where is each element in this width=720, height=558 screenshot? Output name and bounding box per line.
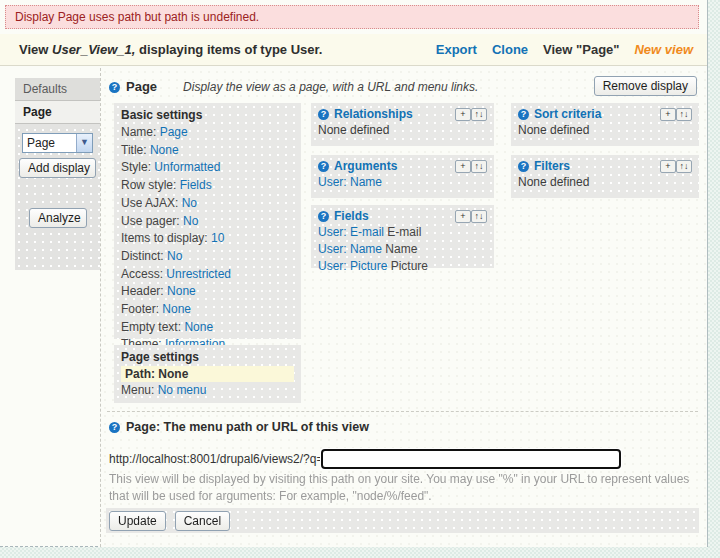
setting-value-link[interactable]: 10 <box>211 231 224 245</box>
setting-row-style: Style: Unformatted <box>121 159 294 177</box>
setting-label: Name: <box>121 125 156 139</box>
field-link[interactable]: User: E-mail <box>318 225 384 239</box>
help-icon[interactable]: ? <box>318 109 329 120</box>
setting-row-name: Name: Page <box>121 124 294 142</box>
setting-label: Row style: <box>121 178 176 192</box>
setting-label: Style: <box>121 160 151 174</box>
analyze-button[interactable]: Analyze <box>29 208 87 228</box>
sort-criteria-title-link[interactable]: Sort criteria <box>534 107 601 121</box>
error-message-text: Display Page uses path but path is undef… <box>15 10 259 24</box>
setting-value-link[interactable]: No <box>182 196 197 210</box>
setting-label: Access: <box>121 267 163 281</box>
add-icon[interactable]: + <box>455 160 471 173</box>
view-name: User_View_1, <box>52 42 135 57</box>
tab-defaults[interactable]: Defaults <box>15 78 100 101</box>
chevron-down-icon[interactable]: ▼ <box>76 134 92 152</box>
path-input-row: http://localhost:8001/drupal6/views2/?q= <box>109 449 323 469</box>
help-icon[interactable]: ? <box>318 211 329 222</box>
help-icon[interactable]: ? <box>109 422 120 433</box>
add-icon[interactable]: + <box>660 108 676 121</box>
cancel-button[interactable]: Cancel <box>175 511 230 531</box>
remove-display-button[interactable]: Remove display <box>594 76 697 96</box>
rearrange-icon[interactable]: ↑↓ <box>471 160 487 173</box>
page-content: Display Page uses path but path is undef… <box>0 0 708 547</box>
sort-criteria-empty: None defined <box>518 122 692 139</box>
setting-value-link[interactable]: No <box>167 249 182 263</box>
config-divider <box>107 411 698 412</box>
field-item: User: Picture Picture <box>318 258 487 275</box>
field-label: Name <box>382 242 417 256</box>
display-type-select[interactable]: Page ▼ <box>22 133 93 153</box>
path-setting-row: Path: None <box>121 366 294 382</box>
setting-label: Footer: <box>121 302 159 316</box>
setting-value-link[interactable]: None <box>162 302 191 316</box>
new-view-link[interactable]: New view <box>634 42 693 57</box>
setting-label: Header: <box>121 284 164 298</box>
setting-value-link[interactable]: None <box>167 284 196 298</box>
path-value-link[interactable]: None <box>158 367 188 381</box>
setting-row-header: Header: None <box>121 283 294 301</box>
argument-link[interactable]: User: Name <box>318 175 382 189</box>
setting-label: Empty text: <box>121 320 181 334</box>
view-title: View User_View_1, displaying items of ty… <box>19 42 323 57</box>
argument-item: User: Name <box>318 174 487 191</box>
setting-row-use-ajax: Use AJAX: No <box>121 195 294 213</box>
help-icon[interactable]: ? <box>518 109 529 120</box>
relationships-title-link[interactable]: Relationships <box>334 107 413 121</box>
add-icon[interactable]: + <box>660 160 676 173</box>
help-icon[interactable]: ? <box>518 161 529 172</box>
setting-value-link[interactable]: None <box>184 320 213 334</box>
add-display-button[interactable]: Add display <box>19 158 96 178</box>
fields-box: ? Fields +↑↓ User: E-mail E-mail User: N… <box>311 205 494 268</box>
field-item: User: Name Name <box>318 241 487 258</box>
setting-value-link[interactable]: Unformatted <box>154 160 220 174</box>
export-link[interactable]: Export <box>436 42 477 57</box>
sort-criteria-box: ? Sort criteria +↑↓ None defined <box>511 103 699 146</box>
arguments-title-link[interactable]: Arguments <box>334 159 397 173</box>
view-title-bar: View User_View_1, displaying items of ty… <box>0 34 707 66</box>
path-config-header: ? Page: The menu path or URL of this vie… <box>109 420 369 434</box>
setting-value-link[interactable]: None <box>150 143 179 157</box>
panel-title: Page <box>126 79 157 94</box>
page-settings-title: Page settings <box>121 349 294 366</box>
help-icon[interactable]: ? <box>318 161 329 172</box>
menu-value-link[interactable]: No menu <box>158 383 207 397</box>
fields-title-link[interactable]: Fields <box>334 209 369 223</box>
setting-row-access: Access: Unrestricted <box>121 266 294 284</box>
rearrange-icon[interactable]: ↑↓ <box>471 210 487 223</box>
setting-row-title: Title: None <box>121 142 294 160</box>
display-type-select-value: Page <box>27 136 55 150</box>
rearrange-icon[interactable]: ↑↓ <box>676 108 692 121</box>
setting-value-link[interactable]: Unrestricted <box>166 267 231 281</box>
basic-settings-title: Basic settings <box>121 107 294 124</box>
setting-row-row-style: Row style: Fields <box>121 177 294 195</box>
views-edit-screen: Display Page uses path but path is undef… <box>0 0 720 558</box>
menu-setting-row: Menu: No menu <box>121 382 294 398</box>
path-input[interactable] <box>321 449 621 469</box>
add-icon[interactable]: + <box>455 108 471 121</box>
rearrange-icon[interactable]: ↑↓ <box>676 160 692 173</box>
clone-link[interactable]: Clone <box>492 42 528 57</box>
field-label: E-mail <box>384 225 421 239</box>
error-message: Display Page uses path but path is undef… <box>5 5 699 29</box>
help-icon[interactable]: ? <box>109 82 120 93</box>
view-page-link[interactable]: View "Page" <box>543 42 619 57</box>
setting-row-items-to-display: Items to display: 10 <box>121 230 294 248</box>
setting-label: Use AJAX: <box>121 196 178 210</box>
setting-row-distinct: Distinct: No <box>121 248 294 266</box>
display-edit-panel: ?PageDisplay the view as a page, with a … <box>100 68 707 547</box>
setting-value-link[interactable]: Fields <box>180 178 212 192</box>
tab-page[interactable]: Page <box>15 101 100 124</box>
field-link[interactable]: User: Name <box>318 242 382 256</box>
setting-value-link[interactable]: No <box>183 214 198 228</box>
setting-value-link[interactable]: Page <box>160 125 188 139</box>
filters-title-link[interactable]: Filters <box>534 159 570 173</box>
rearrange-icon[interactable]: ↑↓ <box>471 108 487 121</box>
filters-empty: None defined <box>518 174 692 191</box>
setting-label: Distinct: <box>121 249 164 263</box>
add-icon[interactable]: + <box>455 210 471 223</box>
update-button[interactable]: Update <box>109 511 166 531</box>
form-actions: Update Cancel <box>106 508 699 533</box>
relationships-box: ? Relationships +↑↓ None defined <box>311 103 494 146</box>
field-link[interactable]: User: Picture <box>318 259 387 273</box>
